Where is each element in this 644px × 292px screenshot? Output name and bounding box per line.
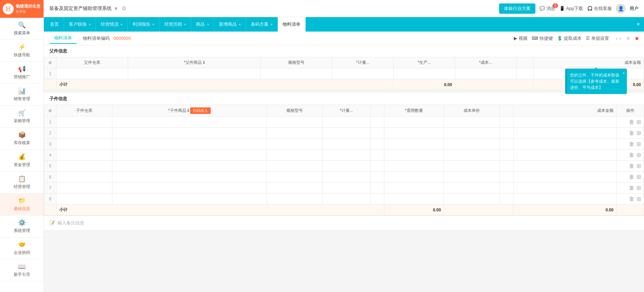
child-row-1-unit[interactable] <box>323 117 371 128</box>
subtab-bom-code[interactable]: 物料清单编码 0000005 <box>78 33 136 44</box>
child-row-4-copy-icon[interactable]: ⊞ <box>636 152 641 158</box>
prev-button[interactable]: ‹ <box>616 35 618 42</box>
child-row-1-product[interactable] <box>112 117 267 128</box>
tab-goods[interactable]: 商品 × <box>191 17 214 32</box>
child-row-8-spec[interactable] <box>267 194 323 205</box>
child-row-1-delete-icon[interactable]: 🗑 <box>629 119 634 125</box>
child-row-4-unit-cost[interactable] <box>444 150 500 161</box>
sidebar-item-guide[interactable]: 📖 新手引导 <box>0 259 44 281</box>
child-row-3-delete-icon[interactable]: 🗑 <box>629 141 634 147</box>
user-avatar[interactable]: 👤 <box>616 4 626 13</box>
child-row-6-spec[interactable] <box>267 172 323 183</box>
child-row-7-spec[interactable] <box>267 183 323 194</box>
child-row-1-spec[interactable] <box>267 117 323 128</box>
child-col-settings[interactable]: ⚙ <box>44 105 57 117</box>
tab-new-goods[interactable]: 新增商品 × <box>214 17 246 32</box>
parent-col-settings[interactable]: ⚙ <box>44 57 57 68</box>
child-row-4-product[interactable] <box>112 150 267 161</box>
tab-home[interactable]: 首页 <box>45 17 64 32</box>
child-row-5-warehouse[interactable] <box>57 161 112 172</box>
child-row-8-warehouse[interactable] <box>57 194 112 205</box>
sidebar-item-quick[interactable]: ⚡ 快捷导航 <box>0 40 44 62</box>
child-row-6-product[interactable] <box>112 172 267 183</box>
sidebar-item-search[interactable]: 🔍 搜索菜单 <box>0 18 44 40</box>
child-row-1-qty[interactable] <box>384 117 444 128</box>
child-row-2-copy-icon[interactable]: ⊞ <box>636 130 641 136</box>
sidebar-item-basic[interactable]: 📁 基础信息 <box>0 194 44 215</box>
child-row-3-unit[interactable] <box>323 139 371 150</box>
sidebar-item-inventory[interactable]: 📦 库存核算 <box>0 128 44 150</box>
child-row-6-delete-icon[interactable]: 🗑 <box>629 174 634 180</box>
tab-profit[interactable]: 利润报告 × <box>128 17 160 32</box>
child-row-7-unit[interactable] <box>323 183 371 194</box>
parent-row-1-spec[interactable] <box>260 68 332 79</box>
child-row-6-unit-cost[interactable] <box>444 172 500 183</box>
nav-close-button[interactable]: × <box>634 21 643 27</box>
child-row-8-product[interactable] <box>112 194 267 205</box>
action-video[interactable]: ▶ 视频 <box>514 35 528 42</box>
system-dropdown-icon[interactable]: ▾ <box>114 5 117 12</box>
child-row-3-unit-cost[interactable] <box>444 139 500 150</box>
child-row-2-spec[interactable] <box>267 128 323 139</box>
child-row-1-warehouse[interactable] <box>57 117 112 128</box>
child-row-5-unit[interactable] <box>323 161 371 172</box>
child-row-8-unit-cost[interactable] <box>444 194 500 205</box>
child-row-1-copy-icon[interactable]: ⊞ <box>636 119 641 125</box>
child-row-5-spec[interactable] <box>267 161 323 172</box>
try-button[interactable]: 体验行业方案 <box>499 3 535 14</box>
online-service-btn[interactable]: 🎧 在线客服 <box>587 5 612 12</box>
action-settings[interactable]: ☰ 单据设置 <box>586 35 609 42</box>
child-row-2-delete-icon[interactable]: 🗑 <box>629 130 634 136</box>
sidebar-item-marketing[interactable]: 📢 营销推广 <box>0 62 44 84</box>
child-row-5-qty[interactable] <box>384 161 444 172</box>
child-row-5-delete-icon[interactable]: 🗑 <box>629 163 634 169</box>
sidebar-item-finance[interactable]: 💰 资金管理 <box>0 150 44 172</box>
child-row-7-delete-icon[interactable]: 🗑 <box>629 185 634 191</box>
child-row-3-warehouse[interactable] <box>57 139 112 150</box>
child-row-6-unit[interactable] <box>323 172 371 183</box>
child-row-3-copy-icon[interactable]: ⊞ <box>636 141 641 147</box>
child-row-2-qty[interactable] <box>384 128 444 139</box>
child-row-8-unit[interactable] <box>323 194 371 205</box>
child-row-4-unit[interactable] <box>323 150 371 161</box>
parent-row-1-product[interactable] <box>128 68 260 79</box>
messages-btn[interactable]: 💬 消息 6 <box>540 5 555 12</box>
child-row-6-copy-icon[interactable]: ⊞ <box>636 174 641 180</box>
child-row-4-spec[interactable] <box>267 150 323 161</box>
action-shortcut[interactable]: ⌨ 快捷键 <box>532 35 553 42</box>
child-row-6-qty[interactable] <box>384 172 444 183</box>
sidebar-item-system[interactable]: ⚙️ 系统管理 <box>0 215 44 237</box>
child-row-2-unit[interactable] <box>323 128 371 139</box>
view-toggle-button[interactable]: ≡ <box>627 35 630 42</box>
child-row-5-copy-icon[interactable]: ⊞ <box>636 163 641 169</box>
settings-gear-icon[interactable]: ⚙ <box>122 5 126 12</box>
sidebar-item-operations[interactable]: 📋 经营管理 <box>0 172 44 194</box>
child-row-5-unit-cost[interactable] <box>444 161 500 172</box>
child-row-8-qty[interactable] <box>384 194 444 205</box>
child-row-8-copy-icon[interactable]: ⊞ <box>636 196 641 202</box>
child-row-7-product[interactable] <box>112 183 267 194</box>
subtab-bom-list[interactable]: 物料清单 <box>49 33 77 44</box>
child-row-8-delete-icon[interactable]: 🗑 <box>629 196 634 202</box>
child-row-7-warehouse[interactable] <box>57 183 112 194</box>
sidebar-item-sales[interactable]: 📊 销售管理 <box>0 84 44 106</box>
scan-input-button[interactable]: 扫码录入 <box>190 107 211 114</box>
child-row-7-copy-icon[interactable]: ⊞ <box>636 185 641 191</box>
action-cost[interactable]: 💲 提取成本 <box>557 35 582 42</box>
parent-row-1-cost[interactable] <box>455 68 516 79</box>
tab-bom[interactable]: 物料清单 <box>278 17 306 32</box>
child-row-3-qty[interactable] <box>384 139 444 150</box>
child-row-7-qty[interactable] <box>384 183 444 194</box>
tab-customer[interactable]: 客户联络 × <box>64 17 96 32</box>
sidebar-item-enterprise[interactable]: 🤝 企业协同 <box>0 237 44 259</box>
child-row-1-unit-cost[interactable] <box>444 117 500 128</box>
app-download-btn[interactable]: 📱 App下载 <box>559 5 583 12</box>
sidebar-item-purchase[interactable]: 🛒 采购管理 <box>0 106 44 128</box>
tab-operation[interactable]: 经营情况 × <box>96 17 128 32</box>
child-row-2-product[interactable] <box>112 128 267 139</box>
child-row-3-product[interactable] <box>112 139 267 150</box>
tab-history[interactable]: 经营历程 × <box>160 17 191 32</box>
tooltip-close-button[interactable]: × <box>622 70 625 76</box>
close-tab-button[interactable]: ■ <box>635 35 639 42</box>
tab-barcode[interactable]: 条码方案 × <box>246 17 278 32</box>
